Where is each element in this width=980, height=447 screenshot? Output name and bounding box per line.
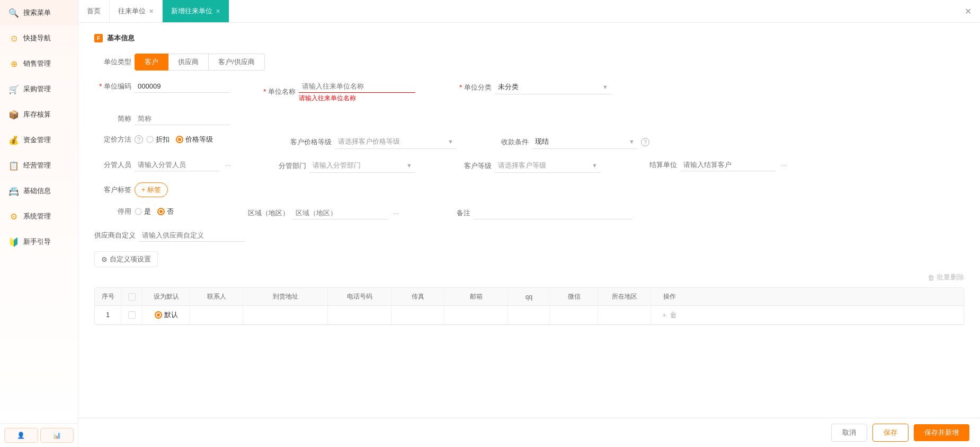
th-wechat: 微信 [550, 288, 598, 305]
dept-select[interactable]: 请输入分管部门 ▼ [309, 159, 415, 173]
wechat-input[interactable] [556, 311, 592, 319]
cancel-button[interactable]: 取消 [831, 424, 867, 442]
pricing-label: 定价方法 [94, 135, 131, 144]
header-checkbox[interactable] [128, 293, 136, 301]
manager-dots-btn[interactable]: ··· [222, 161, 233, 169]
cell-fax[interactable] [391, 306, 444, 324]
customer-level-placeholder: 请选择客户等级 [498, 161, 590, 170]
section-header: F 基本信息 [94, 33, 964, 43]
add-row-icon[interactable]: + [662, 311, 666, 319]
table-header: 序号 设为默认 联系人 到货地址 电话号码 传真 邮箱 qq 微信 所在地区 操… [95, 288, 964, 306]
tab-bar: 首页 往来单位 ✕ 新增往来单位 ✕ ✕ [78, 0, 980, 23]
chevron-down-icon2: ▼ [448, 138, 453, 145]
unit-name-input[interactable] [299, 80, 415, 93]
save-new-button[interactable]: 保存并新增 [914, 424, 969, 441]
address-input[interactable] [248, 311, 322, 319]
manager-input[interactable] [135, 159, 219, 171]
supplier-custom-group: 供应商自定义 [94, 229, 264, 242]
cell-check[interactable] [121, 306, 142, 324]
customer-price-label: 客户价格等级 [290, 137, 332, 147]
tab-home[interactable]: 首页 [78, 0, 110, 22]
delete-row-icon[interactable]: 🗑 [670, 311, 677, 319]
disabled-group: 停用 是 否 [94, 207, 232, 216]
type-btn-supplier[interactable]: 供应商 [168, 54, 209, 71]
tab-new-partner-close[interactable]: ✕ [216, 8, 220, 15]
tab-partners-close[interactable]: ✕ [149, 8, 154, 15]
type-btn-customer[interactable]: 客户 [135, 54, 168, 71]
batch-delete-label: 批量删除 [937, 273, 964, 282]
sidebar-item-system[interactable]: ⚙ 系统管理 [0, 204, 78, 229]
unit-type-group: 单位类型 客户 供应商 客户/供应商 [94, 54, 265, 71]
tab-new-partner[interactable]: 新增往来单位 ✕ [163, 0, 229, 22]
yes-radio-circle [135, 208, 142, 215]
remark-input[interactable] [474, 207, 632, 220]
th-email: 邮箱 [444, 288, 508, 305]
region-input[interactable] [292, 207, 388, 220]
supplier-custom-input[interactable] [139, 229, 245, 242]
abbr-row: 简称 [94, 112, 964, 125]
sidebar-user-btn[interactable]: 👤 [4, 428, 38, 443]
unit-category-select[interactable]: 未分类 ▼ [495, 80, 611, 94]
save-button[interactable]: 保存 [872, 424, 908, 442]
sidebar-item-finance[interactable]: 💰 资金管理 [0, 127, 78, 153]
discount-label: 折扣 [156, 135, 170, 144]
cell-phone[interactable] [328, 306, 391, 324]
cell-email[interactable] [444, 306, 508, 324]
th-default: 设为默认 [142, 288, 190, 305]
remark-group: 备注 [433, 207, 964, 220]
customer-level-select[interactable]: 请选择客户等级 ▼ [495, 159, 601, 173]
row-checkbox[interactable] [128, 311, 136, 319]
th-address: 到货地址 [243, 288, 328, 305]
disabled-row: 停用 是 否 区域（地区） ··· [94, 207, 964, 220]
custom-settings-button[interactable]: ⚙ 自定义项设置 [94, 251, 158, 267]
sidebar-item-sales[interactable]: ⊕ 销售管理 [0, 51, 78, 76]
sidebar-item-inventory[interactable]: 📦 库存核算 [0, 102, 78, 127]
qq-input[interactable] [513, 311, 545, 319]
sidebar-stats-btn[interactable]: 📊 [40, 428, 74, 443]
batch-delete-area: 🗑 批量删除 [94, 273, 964, 282]
cell-region[interactable] [598, 306, 651, 324]
sidebar-item-quick-nav[interactable]: ⊙ 快捷导航 [0, 25, 78, 51]
phone-input[interactable] [333, 311, 386, 319]
disabled-yes[interactable]: 是 [135, 207, 151, 216]
settlement-input[interactable] [680, 159, 776, 171]
batch-delete-button[interactable]: 🗑 批量删除 [928, 273, 964, 282]
close-all-tabs[interactable]: ✕ [956, 6, 980, 16]
fax-input[interactable] [397, 311, 439, 319]
region-table-input[interactable] [603, 311, 645, 319]
default-radio[interactable]: 默认 [155, 310, 178, 320]
pricing-tooltip-icon[interactable]: ? [135, 135, 143, 144]
basic-info-icon: 📇 [8, 186, 19, 196]
sidebar-item-search[interactable]: 🔍 搜索菜单 [0, 0, 78, 25]
payment-select[interactable]: 现结 ▼ [532, 135, 638, 149]
sidebar-item-operations[interactable]: 📋 经营管理 [0, 153, 78, 178]
remark-label: 备注 [433, 208, 470, 218]
disabled-no[interactable]: 否 [157, 207, 174, 216]
contacts-table: 序号 设为默认 联系人 到货地址 电话号码 传真 邮箱 qq 微信 所在地区 操… [94, 287, 964, 325]
pricing-radio-discount[interactable]: 折扣 [146, 135, 170, 144]
tab-partners[interactable]: 往来单位 ✕ [110, 0, 163, 22]
type-btn-both[interactable]: 客户/供应商 [209, 54, 265, 71]
contact-input[interactable] [195, 311, 237, 319]
pricing-row: 定价方法 ? 折扣 价格等级 客户价格等级 请选择 [94, 135, 964, 149]
settlement-dots-btn[interactable]: ··· [779, 161, 789, 169]
customer-price-select[interactable]: 请选择客户价格等级 ▼ [335, 135, 457, 149]
sidebar-item-basic-info[interactable]: 📇 基础信息 [0, 178, 78, 204]
email-input[interactable] [450, 311, 502, 319]
abbr-input[interactable] [135, 112, 230, 125]
tag-add-button[interactable]: + 标签 [135, 182, 168, 197]
th-fax: 传真 [391, 288, 444, 305]
region-dots-btn[interactable]: ··· [391, 209, 402, 217]
cell-contact[interactable] [190, 306, 243, 324]
manager-label: 分管人员 [94, 160, 131, 170]
gear-icon: ⚙ [101, 256, 108, 264]
unit-code-label: 单位编码 [94, 82, 131, 91]
pricing-radio-price-level[interactable]: 价格等级 [176, 135, 213, 144]
unit-code-input[interactable] [135, 80, 230, 93]
sidebar-item-purchase[interactable]: 🛒 采购管理 [0, 76, 78, 102]
cell-wechat[interactable] [550, 306, 598, 324]
payment-tooltip-icon[interactable]: ? [641, 138, 649, 146]
cell-qq[interactable] [508, 306, 550, 324]
cell-address[interactable] [243, 306, 328, 324]
sidebar-item-new-guide[interactable]: 🔰 新手引导 [0, 229, 78, 255]
